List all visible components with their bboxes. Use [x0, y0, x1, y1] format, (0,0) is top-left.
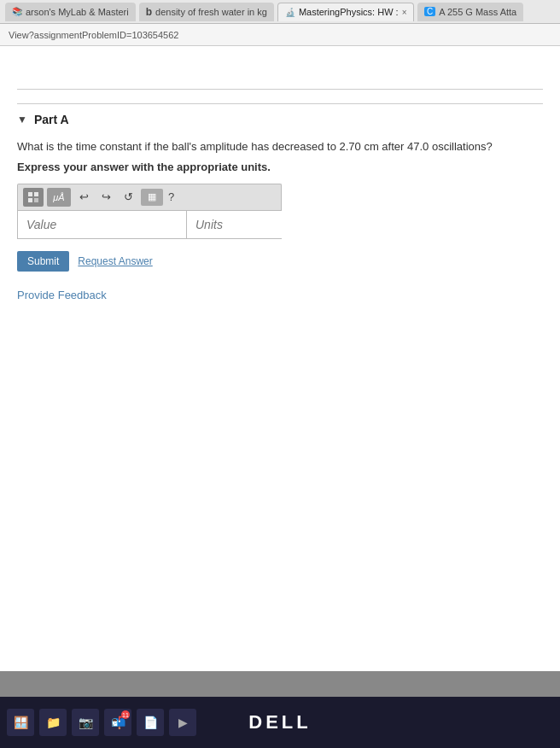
request-answer-button[interactable]: Request Answer	[78, 255, 152, 267]
undo-button[interactable]: ↩	[74, 188, 93, 207]
taskbar-doc-button[interactable]: 📄	[137, 709, 164, 736]
tab-mastering-icon: 🔬	[285, 8, 295, 17]
taskbar: 🪟 📁 📷 📬 11 📄 ▶ DELL	[0, 697, 560, 748]
tab-density-label: density of fresh water in kg	[155, 7, 267, 17]
browser-tabs: 📚 arson's MyLab & Masteri b density of f…	[0, 0, 560, 24]
address-text: View?assignmentProblemID=103654562	[9, 30, 178, 40]
reset-icon: ↺	[124, 190, 133, 203]
matrix-icon: ▦	[148, 191, 156, 202]
tab-mastering-close[interactable]: ×	[402, 8, 407, 17]
undo-icon: ↩	[79, 190, 89, 203]
taskbar-mail-button[interactable]: 📬 11	[104, 709, 131, 736]
tab-density[interactable]: b density of fresh water in kg	[139, 3, 274, 21]
submit-button[interactable]: Submit	[17, 251, 69, 272]
reset-button[interactable]: ↺	[119, 188, 137, 207]
tab-255-icon: C	[424, 7, 435, 16]
request-label: Request Answer	[78, 255, 152, 267]
tab-mylab[interactable]: 📚 arson's MyLab & Masteri	[5, 3, 136, 21]
redo-button[interactable]: ↪	[96, 188, 115, 207]
matrix-button[interactable]: ▦	[141, 189, 163, 206]
taskbar-play-button[interactable]: ▶	[169, 709, 196, 736]
main-content: ▼ Part A What is the time constant if th…	[0, 46, 560, 671]
grid-icon-button[interactable]	[23, 188, 44, 207]
tab-255-label: A 255 G Mass Atta	[439, 7, 516, 17]
taskbar-folder-button[interactable]: 📁	[39, 709, 67, 736]
svg-rect-1	[34, 192, 38, 196]
redo-icon: ↪	[102, 190, 111, 203]
dell-logo: DELL	[248, 711, 311, 733]
address-bar: View?assignmentProblemID=103654562	[0, 24, 560, 46]
question-text: What is the time constant if the ball's …	[17, 138, 543, 155]
svg-rect-2	[28, 198, 32, 202]
submit-label: Submit	[27, 255, 59, 267]
instruction-text: Express your answer with the appropriate…	[17, 161, 543, 173]
keyboard-area	[0, 671, 560, 697]
part-label: Part A	[34, 113, 69, 126]
collapse-arrow-icon[interactable]: ▼	[17, 114, 27, 126]
units-input[interactable]	[187, 211, 355, 238]
taskbar-camera-button[interactable]: 📷	[72, 709, 99, 736]
tab-255[interactable]: C A 255 G Mass Atta	[417, 3, 523, 21]
feedback-label: Provide Feedback	[17, 289, 107, 301]
tab-mylab-icon: 📚	[12, 7, 22, 16]
button-row: Submit Request Answer	[17, 251, 543, 272]
tab-mastering[interactable]: 🔬 MasteringPhysics: HW : ×	[277, 3, 414, 21]
svg-rect-0	[28, 192, 32, 196]
answer-toolbar: μÅ ↩ ↪ ↺ ▦ ?	[17, 184, 282, 210]
help-button[interactable]: ?	[166, 190, 176, 203]
provide-feedback-link[interactable]: Provide Feedback	[17, 289, 107, 301]
value-input[interactable]	[18, 211, 187, 238]
taskbar-start-button[interactable]: 🪟	[7, 709, 34, 736]
tab-density-icon: b	[146, 6, 152, 18]
symbol-button[interactable]: μÅ	[47, 188, 71, 207]
answer-input-row	[17, 210, 282, 239]
part-a-header: ▼ Part A	[17, 103, 543, 126]
tab-mastering-label: MasteringPhysics: HW :	[299, 7, 399, 17]
section-divider	[17, 89, 543, 90]
symbol-label: μÅ	[53, 192, 64, 202]
svg-rect-3	[34, 198, 38, 202]
tab-mylab-label: arson's MyLab & Masteri	[26, 7, 129, 17]
